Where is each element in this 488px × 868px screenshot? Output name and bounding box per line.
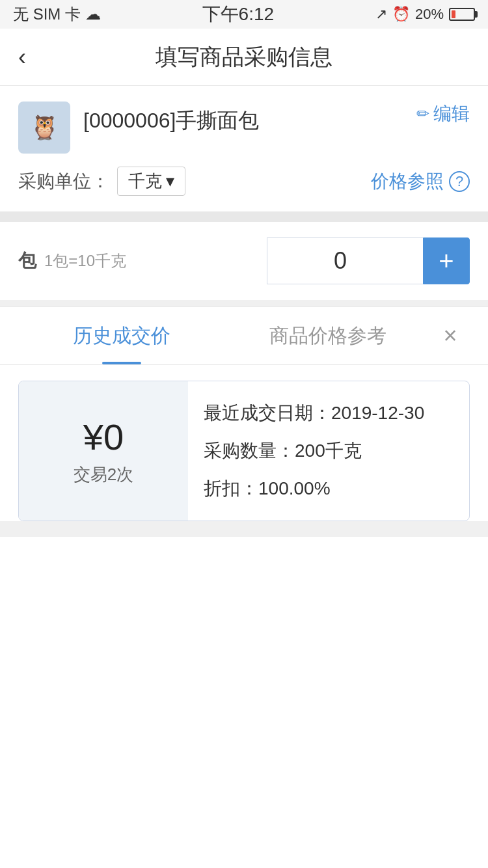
tab-history-price-label: 历史成交价: [73, 323, 170, 349]
product-row-bottom: 采购单位： 千克 ▾ 价格参照 ?: [18, 167, 470, 196]
price-card-right: 最近成交日期：2019-12-30 采购数量：200千克 折扣：100.00%: [188, 381, 469, 521]
page-title: 填写商品采购信息: [156, 42, 332, 72]
price-detail-discount: 折扣：100.00%: [204, 475, 454, 502]
price-detail-discount-label: 折扣：: [204, 478, 258, 498]
status-left: 无 SIM 卡 ☁: [13, 4, 101, 25]
edit-icon: ✏: [416, 105, 429, 123]
battery-icon: [449, 8, 475, 21]
alarm-icon: ⏰: [392, 6, 410, 23]
product-thumbnail: 🦉: [18, 102, 70, 154]
price-detail-qty: 采购数量：200千克: [204, 437, 454, 465]
product-name: [0000006]手撕面包: [83, 102, 259, 135]
dropdown-arrow-icon: ▾: [166, 171, 174, 191]
quantity-label: 包 1包=10千克: [18, 249, 126, 273]
product-left: 🦉 [0000006]手撕面包: [18, 102, 259, 154]
product-row-top: 🦉 [0000006]手撕面包 ✏ 编辑: [18, 102, 470, 154]
back-button[interactable]: ‹: [18, 44, 26, 71]
product-id: [0000006]: [83, 109, 176, 132]
quantity-input[interactable]: [267, 237, 423, 284]
unit-value: 千克: [128, 170, 162, 193]
purchase-unit-row: 采购单位： 千克 ▾: [18, 167, 185, 196]
price-ref-help-icon: ?: [449, 171, 470, 192]
location-icon: ↗: [375, 6, 387, 23]
price-detail-qty-label: 采购数量：: [204, 441, 295, 461]
unit-dropdown[interactable]: 千克 ▾: [117, 167, 185, 196]
price-card: ¥0 交易2次 最近成交日期：2019-12-30 采购数量：200千克 折扣：…: [18, 381, 470, 521]
product-image-icon: 🦉: [30, 114, 59, 141]
tab-product-price-ref-label: 商品价格参考: [269, 323, 386, 349]
battery-percent: 20%: [415, 6, 444, 23]
product-card: 🦉 [0000006]手撕面包 ✏ 编辑 采购单位： 千克 ▾ 价格参照 ?: [0, 86, 488, 211]
battery-body: [449, 8, 475, 21]
status-right: ↗ ⏰ 20%: [375, 6, 475, 23]
price-value: 0: [103, 416, 124, 457]
price-detail-qty-value: 200千克: [295, 441, 362, 461]
edit-label: 编辑: [433, 102, 470, 126]
quantity-unit-badge: 包: [18, 249, 36, 273]
sim-signal-text: 无 SIM 卡 ☁: [13, 4, 101, 25]
quantity-plus-button[interactable]: +: [423, 237, 470, 284]
tabs-section: 历史成交价 商品价格参考 × ¥0 交易2次 最近成交日期：2019-12-30…: [0, 306, 488, 521]
battery-fill: [452, 10, 455, 18]
status-time: 下午6:12: [202, 2, 275, 27]
tab-history-price[interactable]: 历史成交价: [18, 307, 224, 364]
status-bar: 无 SIM 卡 ☁ 下午6:12 ↗ ⏰ 20%: [0, 0, 488, 29]
tabs-header: 历史成交价 商品价格参考 ×: [0, 307, 488, 365]
price-detail-date: 最近成交日期：2019-12-30: [204, 400, 454, 427]
price-trade-count: 交易2次: [74, 463, 133, 486]
product-title: 手撕面包: [176, 109, 259, 132]
purchase-unit-label: 采购单位：: [18, 169, 109, 194]
price-amount: ¥0: [83, 416, 124, 458]
price-detail-discount-value: 100.00%: [258, 478, 331, 498]
price-ref-label: 价格参照: [371, 169, 444, 194]
tab-product-price-ref[interactable]: 商品价格参考: [224, 307, 431, 364]
price-detail-date-value: 2019-12-30: [331, 403, 424, 423]
quantity-input-row: +: [267, 237, 470, 284]
edit-link[interactable]: ✏ 编辑: [416, 102, 470, 126]
quantity-sub-label: 1包=10千克: [44, 251, 126, 271]
header: ‹ 填写商品采购信息: [0, 29, 488, 86]
price-currency-symbol: ¥: [83, 416, 103, 457]
price-ref-button[interactable]: 价格参照 ?: [371, 169, 470, 194]
tab-active-indicator: [102, 362, 141, 364]
quantity-row: 包 1包=10千克 +: [0, 222, 488, 300]
price-card-left: ¥0 交易2次: [19, 381, 188, 521]
tab-close-button[interactable]: ×: [431, 307, 470, 364]
price-detail-date-label: 最近成交日期：: [204, 403, 331, 423]
divider-gray: [0, 211, 488, 222]
white-rest: [0, 537, 488, 868]
